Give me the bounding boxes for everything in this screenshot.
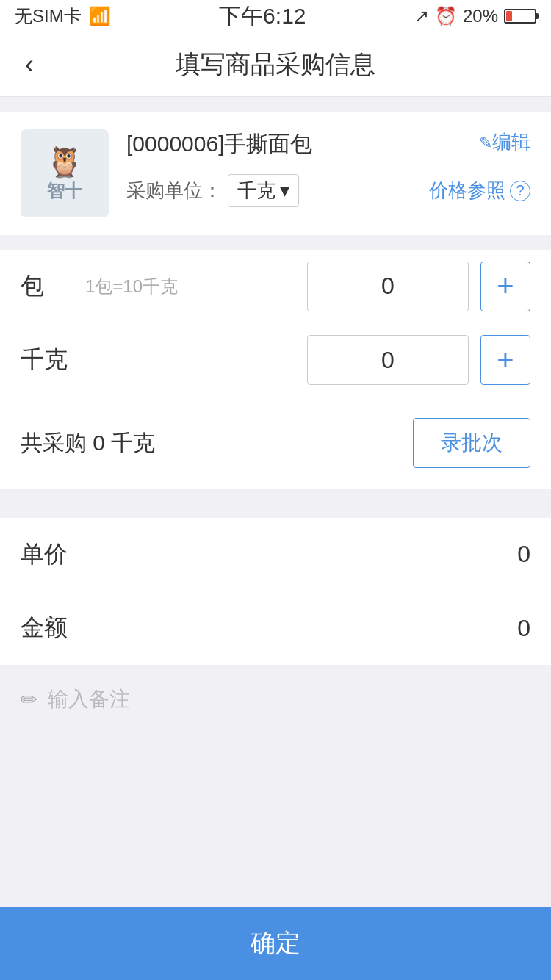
bag-label: 包: [21, 270, 79, 303]
battery-percent: 20%: [463, 6, 498, 26]
product-logo-text: 智十: [47, 179, 82, 203]
pencil-icon: ✏: [21, 688, 37, 712]
record-batch-button[interactable]: 录批次: [413, 418, 530, 468]
product-name: [0000006]手撕面包 ✎编辑: [126, 129, 530, 159]
product-unit-row: 采购单位： 千克 ▾ 价格参照 ?: [126, 174, 530, 207]
kg-plus-button[interactable]: +: [480, 335, 530, 385]
confirm-button[interactable]: 确定: [0, 907, 551, 980]
dropdown-icon: ▾: [280, 179, 289, 202]
input-section: 包 1包=10千克 + 千克 +: [0, 250, 551, 397]
status-time: 下午6:12: [219, 1, 306, 32]
separator-2: [0, 489, 551, 503]
price-ref-help-icon: ?: [510, 181, 530, 201]
status-left: 无SIM卡 📶: [15, 4, 111, 28]
total-amount: 0: [93, 430, 105, 455]
alarm-icon: ⏰: [435, 6, 457, 26]
price-section: 单价 0 金额 0: [0, 518, 551, 665]
separator-1: [0, 235, 551, 250]
unit-label: 采购单位：: [126, 178, 222, 203]
unit-price-value: 0: [517, 541, 530, 568]
page-title: 填写商品采购信息: [176, 48, 375, 82]
status-right: ↗ ⏰ 20%: [414, 6, 536, 26]
bag-plus-button[interactable]: +: [480, 262, 530, 311]
product-card: 🦉 智十 [0000006]手撕面包 ✎编辑 采购单位： 千克 ▾ 价格参照 ?: [0, 112, 551, 235]
wifi-icon: 📶: [89, 6, 111, 26]
product-logo-icon: 🦉: [46, 145, 83, 179]
total-section: 共采购 0 千克 录批次: [0, 397, 551, 489]
total-text: 共采购 0 千克: [21, 428, 155, 458]
product-image: 🦉 智十: [21, 129, 109, 217]
price-ref-button[interactable]: 价格参照 ?: [429, 178, 530, 203]
remark-placeholder: 输入备注: [48, 685, 130, 713]
kg-input-wrapper: +: [79, 335, 530, 385]
location-icon: ↗: [414, 6, 429, 26]
unit-select[interactable]: 千克 ▾: [228, 174, 299, 207]
bag-sublabel: 1包=10千克: [85, 275, 178, 298]
unit-price-row: 单价 0: [0, 518, 551, 591]
battery-icon: [504, 9, 536, 24]
status-bar: 无SIM卡 📶 下午6:12 ↗ ⏰ 20%: [0, 0, 551, 32]
total-row: 共采购 0 千克 录批次: [0, 397, 551, 489]
amount-label: 金额: [21, 612, 68, 644]
carrier-label: 无SIM卡: [15, 4, 82, 28]
kg-quantity-input[interactable]: [307, 335, 469, 385]
kg-label: 千克: [21, 344, 79, 376]
kg-input-row: 千克 +: [0, 323, 551, 397]
bag-input-wrapper: +: [178, 262, 530, 311]
amount-value: 0: [517, 615, 530, 642]
back-button[interactable]: ‹: [18, 42, 41, 87]
product-info: [0000006]手撕面包 ✎编辑 采购单位： 千克 ▾ 价格参照 ?: [126, 129, 530, 207]
remark-section[interactable]: ✏ 输入备注: [0, 665, 551, 734]
amount-row: 金额 0: [0, 591, 551, 665]
nav-bar: ‹ 填写商品采购信息: [0, 32, 551, 97]
bag-input-row: 包 1包=10千克 +: [0, 250, 551, 323]
edit-button[interactable]: ✎编辑: [479, 129, 530, 155]
bag-quantity-input[interactable]: [307, 262, 469, 311]
unit-price-label: 单价: [21, 538, 68, 571]
